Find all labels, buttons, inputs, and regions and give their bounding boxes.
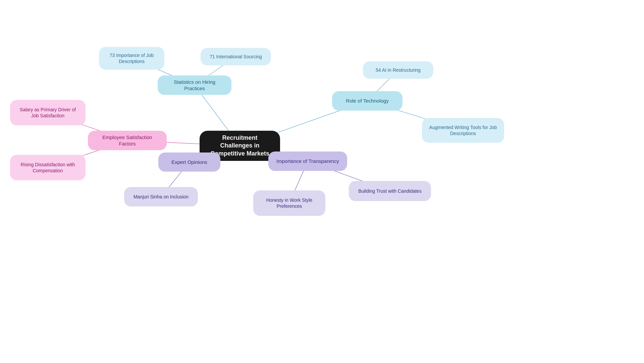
expert-opinions-node[interactable]: Expert Opinions <box>158 153 220 172</box>
ai-restructuring-node[interactable]: 54 AI in Restructuring <box>363 61 433 79</box>
honesty-work-style-node[interactable]: Honesty in Work Style Preferences <box>253 190 325 216</box>
statistics-node[interactable]: Statistics on Hiring Practices <box>158 75 231 95</box>
manjuri-sinha-node[interactable]: Manjuri Sinha on Inclusion <box>124 187 198 206</box>
role-technology-node[interactable]: Role of Technology <box>332 91 402 111</box>
building-trust-node[interactable]: Building Trust with Candidates <box>349 181 431 201</box>
importance-transparency-node[interactable]: Importance of Transparency <box>268 152 347 171</box>
augmented-writing-node[interactable]: Augmented Writing Tools for Job Descript… <box>422 118 504 143</box>
employee-satisfaction-node[interactable]: Employee Satisfaction Factors <box>88 131 167 150</box>
international-sourcing-node[interactable]: 71 International Sourcing <box>201 48 271 65</box>
rising-dissatisfaction-node[interactable]: Rising Dissatisfaction with Compensation <box>10 155 86 180</box>
salary-driver-node[interactable]: Salary as Primary Driver of Job Satisfac… <box>10 100 86 125</box>
importance-job-desc-node[interactable]: 73 Importance of Job Descriptions <box>99 47 164 70</box>
